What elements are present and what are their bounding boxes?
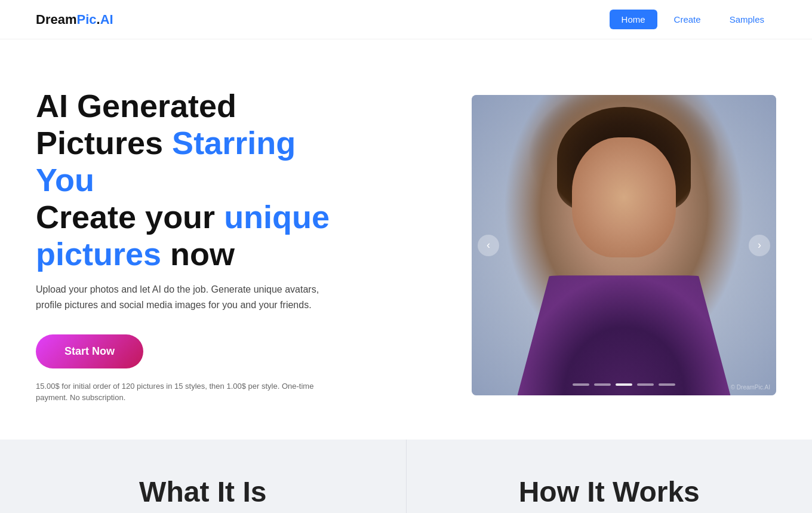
hero-section: AI Generated Pictures Starring You Creat…: [0, 39, 812, 440]
bottom-section: What It Is How It Works: [0, 440, 812, 513]
carousel-next-button[interactable]: ›: [749, 235, 770, 256]
hero-subtitle: Upload your photos and let AI do the job…: [36, 282, 334, 312]
logo: DreamPic.AI: [36, 12, 113, 27]
hero-title-pictures: pictures: [36, 236, 161, 272]
nav-samples-button[interactable]: Samples: [718, 10, 776, 29]
hero-title-line2-plain: Pictures: [36, 125, 172, 161]
hero-title-create: Create your: [36, 199, 224, 235]
hero-left: AI Generated Pictures Starring You Creat…: [36, 87, 394, 404]
what-it-is-col: What It Is: [0, 440, 407, 513]
logo-pic: Pic: [76, 12, 96, 27]
logo-dream: Dream: [36, 12, 76, 27]
dress: [518, 275, 731, 395]
hero-title-now: now: [161, 236, 235, 272]
pricing-note: 15.00$ for initial order of 120 pictures…: [36, 380, 322, 404]
dot-5[interactable]: [659, 383, 675, 386]
carousel: © DreamPic.AI ‹ ›: [472, 95, 776, 395]
hero-title-you: You: [36, 162, 94, 198]
nav-home-button[interactable]: Home: [610, 10, 657, 29]
start-now-button[interactable]: Start Now: [36, 334, 143, 368]
hero-title-starring: Starring: [172, 125, 296, 161]
dot-2[interactable]: [594, 383, 611, 386]
watermark: © DreamPic.AI: [731, 384, 770, 391]
nav-links: Home Create Samples: [610, 10, 776, 29]
carousel-dots: [573, 383, 675, 386]
how-it-works-heading: How It Works: [519, 475, 700, 508]
carousel-prev-button[interactable]: ‹: [478, 235, 499, 256]
hero-title-line1: AI Generated: [36, 88, 236, 124]
hero-title: AI Generated Pictures Starring You Creat…: [36, 87, 394, 272]
navbar: DreamPic.AI Home Create Samples: [0, 0, 812, 39]
hero-right: © DreamPic.AI ‹ ›: [472, 95, 776, 395]
hero-title-unique: unique: [224, 199, 330, 235]
portrait-image: © DreamPic.AI: [472, 95, 776, 395]
nav-create-button[interactable]: Create: [662, 10, 713, 29]
logo-ai: AI: [100, 12, 113, 27]
dot-3[interactable]: [616, 383, 632, 386]
what-it-is-heading: What It Is: [139, 475, 266, 508]
how-it-works-col: How It Works: [407, 440, 813, 513]
dot-1[interactable]: [573, 383, 589, 386]
dot-4[interactable]: [637, 383, 654, 386]
